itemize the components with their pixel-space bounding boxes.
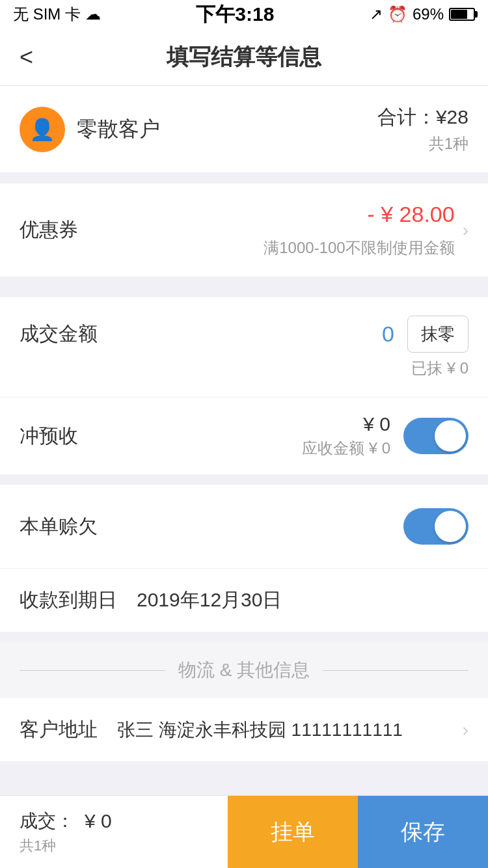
precollect-label: 冲预收 — [20, 423, 78, 450]
logistics-line-right — [323, 670, 468, 671]
bottom-deal: 成交： ¥ 0 — [20, 809, 208, 834]
coupon-label: 优惠券 — [20, 217, 78, 243]
deal-amount-right: 0 抹零 — [382, 316, 468, 353]
logistics-label: 物流 & 其他信息 — [178, 658, 310, 683]
content-area: 👤 零散客户 合计：¥28 共1种 优惠券 - ¥ 28.00 满1000-10… — [0, 86, 488, 868]
alarm-icon: ⏰ — [388, 5, 407, 23]
customer-left: 👤 零散客户 — [20, 107, 160, 152]
deal-amount-value: 0 — [382, 321, 394, 347]
suspend-button[interactable]: 挂单 — [228, 796, 358, 868]
save-button[interactable]: 保存 — [358, 796, 488, 868]
address-value: 张三 海淀永丰科技园 11111111111 — [117, 718, 463, 742]
coupon-row[interactable]: 优惠券 - ¥ 28.00 满1000-100不限制使用金额 › — [0, 183, 488, 277]
divider-2 — [0, 474, 488, 485]
coupon-value: - ¥ 28.00 — [367, 202, 454, 227]
back-button[interactable]: < — [20, 44, 33, 71]
deal-amount-label: 成交金额 — [20, 321, 98, 347]
logistics-line-left — [20, 670, 165, 671]
customer-count: 共1种 — [377, 133, 468, 154]
status-left: 无 SIM 卡 ☁ — [13, 4, 101, 25]
address-label: 客户地址 — [20, 716, 98, 743]
customer-right: 合计：¥28 共1种 — [377, 104, 468, 154]
bottom-deal-label: 成交： — [20, 809, 74, 834]
battery-icon — [449, 8, 475, 21]
deal-amount-section: 成交金额 0 抹零 已抹 ¥ 0 — [0, 297, 488, 397]
deal-amount-row: 成交金额 0 抹零 — [20, 316, 468, 353]
precollect-row: 冲预收 ¥ 0 应收金额 ¥ 0 — [0, 397, 488, 474]
address-section: 客户地址 张三 海淀永丰科技园 11111111111 › — [0, 698, 488, 761]
address-row[interactable]: 客户地址 张三 海淀永丰科技园 11111111111 › — [0, 698, 488, 761]
nav-bar: < 填写结算等信息 — [0, 29, 488, 86]
battery-percent: 69% — [413, 5, 444, 23]
precollect-sub-value: 应收金额 ¥ 0 — [302, 438, 390, 459]
status-time: 下午3:18 — [196, 1, 274, 28]
coupon-sub: 满1000-100不限制使用金额 — [264, 237, 454, 258]
coupon-section: 优惠券 - ¥ 28.00 满1000-100不限制使用金额 › — [0, 183, 488, 277]
location-icon: ↗ — [370, 5, 383, 23]
divider-3 — [0, 632, 488, 642]
page-title: 填写结算等信息 — [167, 42, 321, 72]
precollect-main-value: ¥ 0 — [302, 413, 390, 435]
address-chevron-icon: › — [463, 720, 468, 740]
debt-row: 本单赊欠 — [0, 485, 488, 568]
round-off-button[interactable]: 抹零 — [407, 316, 468, 353]
customer-section: 👤 零散客户 合计：¥28 共1种 — [0, 86, 488, 172]
duedate-label: 收款到期日 — [20, 587, 117, 614]
divider-1 — [0, 287, 488, 297]
customer-avatar: 👤 — [20, 107, 65, 152]
customer-row[interactable]: 👤 零散客户 合计：¥28 共1种 — [0, 86, 488, 172]
status-right: ↗ ⏰ 69% — [370, 5, 475, 23]
bottom-info: 成交： ¥ 0 共1种 — [0, 796, 228, 868]
bottom-count: 共1种 — [20, 836, 208, 856]
coupon-chevron-icon: › — [463, 220, 468, 241]
logistics-divider: 物流 & 其他信息 — [0, 642, 488, 698]
deal-amount-sub: 已抹 ¥ 0 — [20, 358, 468, 379]
customer-total: 合计：¥28 — [377, 104, 468, 131]
precollect-toggle[interactable] — [403, 418, 468, 454]
customer-name: 零散客户 — [77, 115, 160, 144]
duedate-row[interactable]: 收款到期日 2019年12月30日 — [0, 568, 488, 632]
sim-label: 无 SIM 卡 ☁ — [13, 4, 101, 25]
precollect-values: ¥ 0 应收金额 ¥ 0 — [302, 413, 390, 459]
debt-toggle[interactable] — [403, 508, 468, 545]
status-bar: 无 SIM 卡 ☁ 下午3:18 ↗ ⏰ 69% — [0, 0, 488, 29]
debt-label: 本单赊欠 — [20, 513, 98, 540]
coupon-right: - ¥ 28.00 满1000-100不限制使用金额 — [264, 202, 454, 258]
precollect-right: ¥ 0 应收金额 ¥ 0 — [302, 413, 468, 459]
bottom-deal-value: ¥ 0 — [85, 810, 112, 832]
bottom-bar: 成交： ¥ 0 共1种 挂单 保存 — [0, 795, 488, 868]
duedate-value: 2019年12月30日 — [137, 587, 282, 614]
avatar-icon: 👤 — [29, 117, 55, 142]
